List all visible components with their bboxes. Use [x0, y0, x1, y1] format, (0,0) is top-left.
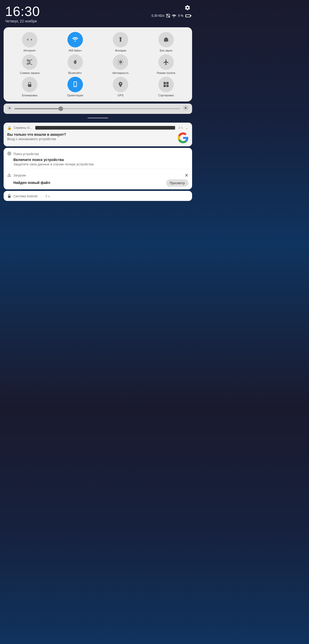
internet-icon	[26, 36, 33, 43]
notifications: 🔒 Сервисы G... @gmail.com 2 ч. ⌄ Вы толь…	[4, 123, 192, 201]
sort-icon	[163, 81, 169, 88]
svg-text:A: A	[119, 61, 121, 63]
bell-icon	[163, 36, 169, 43]
notif-system-name: Система Android	[13, 194, 37, 198]
qs-airplane-label: Режим полета	[157, 71, 175, 75]
phone-rotation-icon	[72, 81, 79, 88]
notification-card-2: Поиск устройства Включите поиск устройст…	[4, 148, 192, 189]
qs-flashlight-circle	[113, 32, 128, 47]
qs-lock[interactable]: Блокировка	[8, 77, 52, 97]
notif-find-device-header: Поиск устройства	[7, 151, 188, 157]
view-button[interactable]: Просмотр	[166, 179, 188, 187]
google-services-icon: 🔒	[7, 126, 12, 130]
qs-sort[interactable]: Сортировка	[144, 77, 188, 97]
notif-title-1: Вы только что вошли в аккаунт?	[7, 132, 66, 137]
notif-header-1: 🔒 Сервисы G... @gmail.com 2 ч. ⌄	[4, 123, 192, 131]
svg-rect-11	[28, 84, 31, 87]
qs-lock-circle	[22, 77, 37, 92]
notif-find-device-body: Защитите свои данные в случае потери уст…	[13, 162, 188, 166]
qs-gps[interactable]: GPS	[99, 77, 143, 97]
flashlight-icon	[118, 36, 123, 43]
brightness-bar[interactable]	[4, 104, 192, 114]
notif-downloads-header: Загрузки ✕	[7, 173, 188, 178]
svg-point-13	[75, 86, 75, 86]
locate-icon	[7, 151, 11, 157]
battery-percent: 9 %	[178, 14, 183, 18]
qs-row-3: Блокировка Ориентация GPS	[8, 77, 188, 97]
swipe-indicator	[0, 115, 196, 121]
qs-orientation-circle	[67, 77, 83, 92]
android-system-icon	[7, 194, 11, 199]
notif-app-name-1: Сервисы G...	[14, 126, 32, 130]
swipe-bar	[88, 117, 108, 118]
qs-autobrightness[interactable]: A Автояркость	[99, 54, 143, 75]
svg-point-19	[184, 107, 187, 109]
downloads-body-row: Найден новый файл Просмотр	[13, 179, 188, 187]
svg-line-5	[29, 60, 32, 61]
quick-settings-panel: Интернет 458 Italia ▸	[4, 27, 192, 101]
download-icon	[7, 173, 11, 178]
qs-internet-circle	[22, 32, 37, 47]
qs-silent-circle	[158, 32, 174, 47]
qs-orientation[interactable]: Ориентация	[53, 77, 97, 97]
notif-text-1: Вы только что вошли в аккаунт? Вход с не…	[7, 132, 66, 141]
date: Четверг, 22 ноября	[5, 19, 40, 23]
sim-icon	[166, 14, 170, 18]
qs-gps-label: GPS	[118, 94, 124, 97]
qs-airplane[interactable]: Режим полета	[144, 54, 188, 75]
qs-bluetooth[interactable]: Bluetooth ▸	[53, 54, 97, 75]
qs-orientation-label: Ориентация	[67, 94, 83, 97]
svg-rect-15	[166, 82, 169, 84]
qs-flashlight[interactable]: Фонарик	[99, 32, 143, 52]
google-logo	[178, 132, 188, 143]
wifi-icon	[172, 14, 176, 18]
qs-silent[interactable]: Без звука	[144, 32, 188, 52]
gps-icon	[117, 81, 124, 88]
svg-point-21	[8, 152, 11, 155]
battery-icon	[185, 14, 191, 17]
svg-point-20	[9, 153, 10, 154]
status-icons: 0,30 КБ/с 9 %	[151, 14, 191, 18]
qs-lock-label: Блокировка	[22, 94, 37, 97]
notification-google-signin[interactable]: 🔒 Сервисы G... @gmail.com 2 ч. ⌄ Вы толь…	[4, 123, 192, 146]
svg-point-2	[75, 40, 76, 41]
expand-icon-1[interactable]: ⌄	[185, 126, 188, 130]
clock: 16:30	[5, 5, 40, 18]
svg-point-1	[174, 17, 175, 18]
notif-find-device-app: Поиск устройства	[13, 152, 39, 156]
notif-downloads-app: Загрузки	[13, 174, 26, 177]
svg-rect-16	[164, 85, 166, 87]
speed: 0,30 КБ/с	[151, 14, 165, 18]
notif-find-device-title: Включите поиск устройства	[13, 158, 188, 162]
airplane-icon	[163, 59, 169, 65]
wifi-tile-icon	[72, 36, 79, 43]
settings-icon[interactable]	[184, 5, 191, 12]
close-icon[interactable]: ✕	[185, 173, 188, 178]
qs-wifi-circle	[67, 32, 83, 47]
qs-internet[interactable]: Интернет	[8, 32, 52, 52]
notification-android-system[interactable]: Система Android · 5 ч.	[4, 191, 192, 201]
qs-row-1: Интернет 458 Italia ▸	[8, 32, 188, 52]
svg-point-18	[9, 107, 10, 109]
qs-screenshot[interactable]: Снимок экрана	[8, 54, 52, 75]
qs-gps-circle	[113, 77, 128, 92]
brightness-track[interactable]	[14, 108, 180, 109]
notif-time-1: 2 ч.	[178, 126, 183, 130]
notif-body-1: Вы только что вошли в аккаунт? Вход с не…	[4, 131, 192, 146]
qs-sort-circle	[158, 77, 174, 92]
qs-wifi[interactable]: 458 Italia ▸	[53, 32, 97, 52]
qs-bluetooth-label: Bluetooth ▸	[68, 71, 82, 75]
qs-airplane-circle	[158, 54, 174, 70]
brightness-min-icon	[7, 106, 12, 112]
qs-row-2: Снимок экрана Bluetooth ▸ A	[8, 54, 188, 75]
lock-icon	[27, 81, 32, 88]
svg-rect-23	[8, 196, 10, 198]
notif-email-1: @gmail.com	[35, 126, 175, 130]
qs-screenshot-circle	[22, 54, 37, 70]
svg-line-7	[29, 61, 31, 62]
notif-system-sep: ·	[41, 194, 42, 198]
status-right: 0,30 КБ/с 9 %	[151, 5, 191, 18]
notif-downloads[interactable]: Загрузки ✕ Найден новый файл Просмотр	[4, 169, 192, 189]
notif-find-device[interactable]: Поиск устройства Включите поиск устройст…	[4, 148, 192, 169]
notif-subtitle-1: Вход с незнакомого устройства	[7, 137, 66, 141]
